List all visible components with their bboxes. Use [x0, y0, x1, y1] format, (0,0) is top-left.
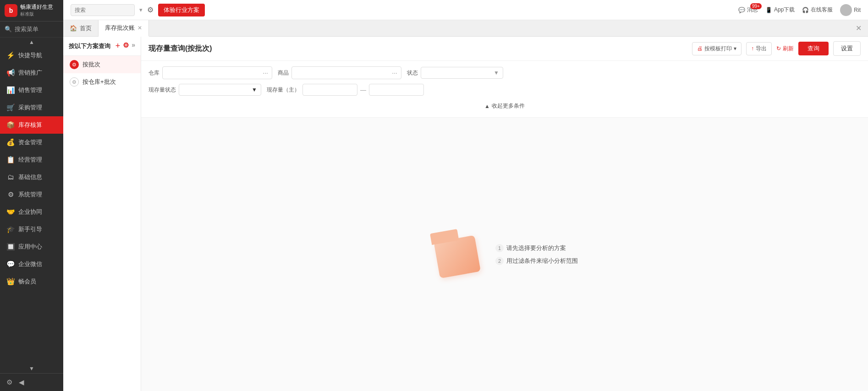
- sidebar-item-system[interactable]: ⚙ 系统管理: [0, 186, 63, 203]
- search-menu[interactable]: 🔍 搜索菜单: [0, 22, 63, 38]
- top-search-input[interactable]: [71, 4, 135, 16]
- app-title-block: 畅康通好生意 标准版: [20, 4, 53, 17]
- app-download-btn[interactable]: 📱 App下载: [765, 6, 795, 14]
- search-dropdown-icon[interactable]: ▾: [139, 6, 143, 13]
- quicknav-icon: ⚡: [6, 51, 15, 60]
- scheme-warehouse-icon: ⚙: [70, 77, 79, 87]
- page-header-actions: 🖨 按模板打印 ▾ ↑ 导出 ↻ 刷新 查询 设置: [692, 41, 861, 56]
- refresh-btn[interactable]: ↻ 刷新: [776, 45, 794, 53]
- export-btn[interactable]: ↑ 导出: [746, 42, 772, 55]
- scheme-item-batch[interactable]: ⚙ 按批次: [63, 56, 141, 73]
- phone-icon: 📱: [765, 7, 772, 13]
- sidebar-item-newbie[interactable]: 🎓 新手引导: [0, 221, 63, 238]
- print-dropdown-icon[interactable]: ▾: [734, 45, 736, 52]
- app-edition: 标准版: [20, 11, 53, 17]
- collapse-more-btn[interactable]: ▲ 收起更多条件: [148, 100, 861, 112]
- sidebar-item-quicknav[interactable]: ⚡ 快捷导航: [0, 47, 63, 64]
- query-button[interactable]: 查询: [798, 42, 829, 55]
- sidebar-item-purchase[interactable]: 🛒 采购管理: [0, 99, 63, 116]
- sidebar: b 畅康通好生意 标准版 🔍 搜索菜单 ▲ ⚡ 快捷导航 📢 营销推广 📊 销售…: [0, 0, 63, 391]
- sidebar-item-finance[interactable]: 💰 资金管理: [0, 134, 63, 151]
- sidebar-item-appcenter[interactable]: 🔲 应用中心: [0, 238, 63, 255]
- operations-icon: 📋: [6, 156, 15, 164]
- sidebar-item-enterprise[interactable]: 🤝 企业协同: [0, 203, 63, 221]
- print-template-label: 按模板打印: [704, 45, 732, 53]
- inventory-status-dropdown-icon[interactable]: ▼: [252, 87, 257, 93]
- sidebar-item-member[interactable]: 👑 畅会员: [0, 273, 63, 290]
- left-panel-header: 按以下方案查询 + ⚙ »: [63, 37, 141, 56]
- app-name: 畅康通好生意: [20, 4, 53, 11]
- inventory-amount-range: —: [302, 84, 424, 96]
- tab-home[interactable]: 🏠 首页: [63, 20, 99, 37]
- content-area: 按以下方案查询 + ⚙ » ⚙ 按批次 ⚙ 按仓库+批次 现存量查询(按批次): [63, 37, 868, 391]
- tab-home-label: 首页: [80, 24, 92, 33]
- sidebar-scroll-up[interactable]: ▲: [0, 38, 63, 47]
- status-dropdown-icon[interactable]: ▼: [494, 70, 499, 76]
- tab-panel-close-btn[interactable]: ✕: [849, 24, 868, 33]
- inventory-amount-max[interactable]: [369, 84, 424, 96]
- finance-icon: 💰: [6, 138, 15, 147]
- warehouse-input[interactable]: ···: [162, 66, 272, 79]
- tab-inventory-batch-label: 库存批次账: [105, 24, 135, 32]
- user-menu[interactable]: Rit: [840, 4, 861, 16]
- inventory-amount-min[interactable]: [302, 84, 357, 96]
- collapse-sidebar-icon[interactable]: ◀: [19, 378, 24, 386]
- printer-icon: 🖨: [697, 45, 703, 52]
- sidebar-item-label: 库存核算: [18, 121, 42, 129]
- messages-btn[interactable]: 💬 消息 99+: [738, 6, 758, 14]
- online-service-label: 在线客服: [811, 6, 833, 14]
- export-icon: ↑: [751, 45, 754, 52]
- settings-button[interactable]: 设置: [833, 41, 861, 56]
- inventory-status-group: 现存量状态 ▼: [148, 84, 261, 96]
- print-template-btn[interactable]: 🖨 按模板打印 ▾: [692, 42, 742, 55]
- tab-close-icon[interactable]: ✕: [137, 25, 142, 31]
- settings-icon[interactable]: ⚙: [6, 378, 12, 386]
- warehouse-filter-group: 仓库 ···: [148, 66, 272, 79]
- product-input[interactable]: ···: [291, 66, 401, 79]
- refresh-label: 刷新: [783, 45, 794, 53]
- scheme-batch-icon: ⚙: [70, 60, 79, 69]
- sidebar-item-wechat[interactable]: 💬 企业微信: [0, 255, 63, 273]
- sidebar-item-basic[interactable]: 🗂 基础信息: [0, 168, 63, 186]
- main-area: ▾ ⚙ 体验行业方案 💬 消息 99+ 📱 App下载 🎧 在线客服 Rit: [63, 0, 868, 391]
- enterprise-icon: 🤝: [6, 208, 15, 216]
- tab-inventory-batch[interactable]: 库存批次账 ✕: [99, 20, 149, 37]
- sidebar-item-label: 企业协同: [18, 208, 42, 216]
- sidebar-scroll-down[interactable]: ▼: [0, 364, 63, 373]
- wechat-icon: 💬: [6, 260, 15, 268]
- sales-icon: 📊: [6, 86, 15, 94]
- product-label: 商品: [278, 69, 289, 77]
- empty-hint-2-text: 用过滤条件来缩小分析范围: [506, 257, 578, 265]
- warehouse-label: 仓库: [148, 69, 159, 77]
- scheme-settings-icon[interactable]: ⚙: [123, 41, 129, 51]
- sidebar-item-sales[interactable]: 📊 销售管理: [0, 81, 63, 99]
- warehouse-dots-icon[interactable]: ···: [263, 69, 268, 76]
- empty-text: 1 请先选择要分析的方案 2 用过滤条件来缩小分析范围: [495, 244, 578, 265]
- product-dots-icon[interactable]: ···: [392, 69, 397, 76]
- system-icon: ⚙: [6, 190, 15, 199]
- sidebar-item-label: 畅会员: [18, 277, 36, 286]
- sidebar-item-marketing[interactable]: 📢 营销推广: [0, 64, 63, 81]
- sidebar-item-operations[interactable]: 📋 经营管理: [0, 151, 63, 168]
- export-label: 导出: [756, 45, 767, 53]
- appcenter-icon: 🔲: [6, 243, 15, 251]
- experience-btn[interactable]: 体验行业方案: [158, 4, 205, 16]
- collapse-panel-icon[interactable]: »: [132, 41, 135, 51]
- sidebar-item-label: 销售管理: [18, 86, 42, 94]
- inventory-icon: 📦: [6, 121, 15, 129]
- scheme-item-warehouse-batch[interactable]: ⚙ 按仓库+批次: [63, 73, 141, 91]
- scheme-batch-label: 按批次: [82, 60, 100, 69]
- sidebar-nav: ⚡ 快捷导航 📢 营销推广 📊 销售管理 🛒 采购管理 📦 库存核算 💰 资金管…: [0, 47, 63, 364]
- top-bar: ▾ ⚙ 体验行业方案 💬 消息 99+ 📱 App下载 🎧 在线客服 Rit: [63, 0, 868, 20]
- add-scheme-icon[interactable]: +: [115, 41, 121, 51]
- purchase-icon: 🛒: [6, 103, 15, 112]
- search-icon: 🔍: [5, 26, 12, 33]
- status-select[interactable]: ▼: [421, 67, 503, 79]
- inventory-amount-group: 现存量（主） —: [267, 84, 424, 96]
- sidebar-item-inventory[interactable]: 📦 库存核算: [0, 116, 63, 134]
- top-gear-icon[interactable]: ⚙: [147, 5, 154, 14]
- sidebar-item-label: 经营管理: [18, 156, 42, 164]
- collapse-up-icon: ▲: [484, 103, 490, 109]
- inventory-status-select[interactable]: ▼: [179, 84, 261, 96]
- online-service-btn[interactable]: 🎧 在线客服: [802, 6, 833, 14]
